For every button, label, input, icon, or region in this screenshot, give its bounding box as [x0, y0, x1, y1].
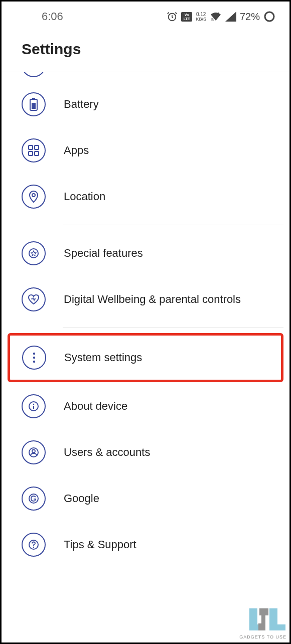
volte-icon: Vo LTE	[181, 12, 192, 22]
svg-point-5	[265, 12, 274, 21]
partial-previous-item	[8, 72, 283, 81]
svg-point-16	[33, 357, 35, 359]
item-label: Google	[64, 492, 99, 505]
item-label: Users & accounts	[64, 446, 150, 459]
settings-item-google[interactable]: Google	[8, 475, 283, 522]
loading-circle-icon	[263, 11, 275, 23]
settings-header: Settings	[2, 30, 289, 67]
svg-rect-29	[269, 624, 285, 630]
google-icon	[22, 487, 46, 511]
svg-text:5: 5	[211, 17, 214, 22]
settings-item-tips-support[interactable]: Tips & Support	[8, 522, 283, 568]
settings-item-about-device[interactable]: About device	[8, 383, 283, 429]
section-divider	[63, 225, 283, 225]
item-label: Apps	[64, 144, 89, 157]
signal-icon	[225, 12, 236, 22]
section-divider	[63, 328, 283, 328]
svg-text:Vo: Vo	[185, 13, 189, 17]
apps-icon	[22, 138, 46, 163]
item-label: Location	[64, 190, 105, 203]
watermark-logo	[248, 604, 286, 634]
settings-item-location[interactable]: Location	[8, 174, 283, 220]
alarm-icon	[167, 11, 178, 22]
svg-rect-11	[29, 151, 33, 155]
help-icon	[22, 533, 46, 557]
svg-point-15	[33, 353, 35, 355]
item-label: About device	[64, 400, 127, 413]
status-time: 6:06	[42, 10, 63, 23]
watermark: GADGETS TO USE	[239, 604, 286, 639]
more-vertical-icon	[22, 346, 46, 370]
settings-item-users-accounts[interactable]: Users & accounts	[8, 429, 283, 475]
status-icons: Vo LTE 0.12 KB/S 5 72%	[167, 11, 275, 23]
watermark-text: GADGETS TO USE	[239, 634, 286, 639]
heart-icon	[22, 287, 46, 311]
svg-rect-8	[32, 103, 36, 109]
data-speed-indicator: 0.12 KB/S	[196, 12, 206, 22]
svg-point-25	[33, 547, 34, 548]
item-label: Tips & Support	[64, 538, 136, 551]
page-title: Settings	[22, 41, 269, 58]
svg-point-22	[32, 450, 35, 453]
location-icon	[22, 185, 46, 209]
svg-rect-9	[29, 145, 33, 149]
wifi-icon: 5	[210, 12, 222, 22]
svg-point-13	[32, 194, 35, 197]
svg-point-19	[33, 404, 35, 405]
settings-item-system-settings[interactable]: System settings	[8, 333, 283, 382]
settings-list[interactable]: Battery Apps Location	[2, 72, 289, 568]
info-icon	[22, 394, 46, 418]
svg-rect-20	[33, 406, 34, 409]
svg-text:LTE: LTE	[184, 17, 190, 21]
item-label: Special features	[64, 247, 143, 260]
item-label: System settings	[64, 351, 142, 364]
settings-item-special-features[interactable]: Special features	[8, 230, 283, 276]
battery-icon	[22, 92, 46, 116]
settings-item-battery[interactable]: Battery	[8, 81, 283, 127]
item-label: Battery	[64, 98, 99, 111]
settings-item-apps[interactable]: Apps	[8, 127, 283, 174]
battery-percentage: 72%	[240, 11, 260, 23]
svg-rect-10	[35, 145, 39, 149]
settings-item-digital-wellbeing[interactable]: Digital Wellbeing & parental controls	[8, 276, 283, 323]
star-circle-icon	[22, 241, 46, 265]
status-bar: 6:06 Vo LTE 0.12 KB/S 5	[2, 2, 289, 30]
user-icon	[22, 440, 46, 464]
item-label: Digital Wellbeing & parental controls	[64, 293, 241, 306]
svg-point-23	[29, 494, 38, 503]
svg-point-17	[33, 361, 35, 363]
svg-rect-12	[35, 151, 39, 155]
